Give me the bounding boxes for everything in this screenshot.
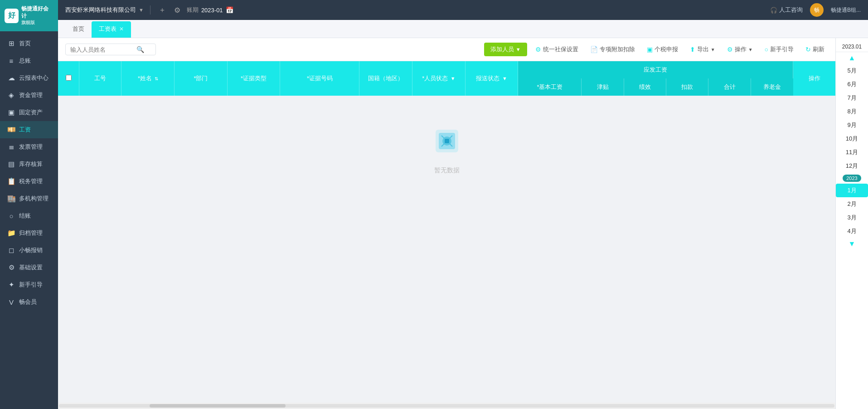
human-service-btn[interactable]: 🎧 人工咨询 [770,6,803,14]
sidebar-nav: ⊞ 首页 ≡ 总账 ☁ 云报表中心 ◈ 资金管理 ▣ 固定资产 💴 工资 ≣ 发… [0,31,58,409]
sidebar-item-cloud-report[interactable]: ☁ 云报表中心 [0,69,58,87]
ledger-icon: ≡ [7,57,15,65]
sidebar-item-settings[interactable]: ⚙ 基础设置 [0,259,58,276]
th-deduct: 扣款 [666,78,708,96]
date-month-2022-12[interactable]: 12月 [836,159,868,173]
date-month-2022-09[interactable]: 9月 [836,118,868,132]
multi-org-icon: 🏬 [7,195,15,203]
salary-table: 工号 *姓名 ⇅ *部门 *证据类型 *证据号码 国籍（地区） *人员状态 [58,61,835,96]
tax-report-icon: ▣ [647,46,653,53]
th-total: 合计 [708,78,751,96]
sidebar-item-inventory[interactable]: ▤ 库存核算 [0,156,58,173]
date-month-2022-08[interactable]: 8月 [836,105,868,118]
special-deduct-btn[interactable]: 📄 专项附加扣除 [587,44,639,55]
close-accounts-icon: ○ [7,212,15,220]
sidebar-item-guide[interactable]: ✦ 新手引导 [0,276,58,293]
table-wrap: 工号 *姓名 ⇅ *部门 *证据类型 *证据号码 国籍（地区） *人员状态 [58,61,835,403]
export-btn[interactable]: ⬆ 导出 ▼ [686,44,719,55]
th-pension: 养老金 [751,78,793,96]
sidebar-item-tax[interactable]: 📋 税务管理 [0,173,58,190]
toolbar-right: 添加人员 ▼ ⚙ 统一社保设置 📄 专项附加扣除 ▣ 个税申报 [484,43,828,56]
th-status[interactable]: *人员状态 ▼ [412,61,466,96]
social-settings-icon: ⚙ [535,46,541,53]
tab-home[interactable]: 首页 [65,21,92,38]
th-checkbox[interactable] [58,61,79,96]
add-person-button[interactable]: 添加人员 ▼ [484,43,527,56]
status-filter-icon: ▼ [451,76,456,81]
special-deduct-icon: 📄 [590,46,598,53]
date-month-2023-04[interactable]: 4月 [836,224,868,238]
main-content: 西安虾米网络科技有限公司 ▼ ＋ ⚙ 账期 2023-01 📅 🎧 人工咨询 畅… [58,0,868,409]
guide-btn[interactable]: ○ 新手引导 [761,44,797,55]
sidebar-item-fund[interactable]: ◈ 资金管理 [0,87,58,104]
sidebar-item-home[interactable]: ⊞ 首页 [0,35,58,52]
scrollbar-thumb[interactable] [150,404,286,408]
empty-state: 暂无数据 [58,96,835,202]
search-icon: 🔍 [136,46,144,53]
date-panel-down[interactable]: ▼ [847,238,858,250]
sidebar-item-fixed-assets[interactable]: ▣ 固定资产 [0,104,58,121]
sidebar-item-salary[interactable]: 💴 工资 [0,121,58,138]
refresh-btn[interactable]: ↻ 刷新 [802,44,828,55]
current-year-badge: 2023 [843,175,861,182]
user-avatar[interactable]: 畅 [810,3,824,17]
tab-salary-table[interactable]: 工资表 ✕ [92,21,131,38]
sidebar-item-multi-org[interactable]: 🏬 多机构管理 [0,190,58,207]
bottom-scrollbar[interactable] [58,403,835,409]
operations-icon: ⚙ [727,46,733,53]
search-wrap[interactable]: 🔍 [65,44,156,55]
search-input[interactable] [70,46,134,53]
sidebar-item-invoice[interactable]: ≣ 发票管理 [0,138,58,156]
toolbar: 🔍 添加人员 ▼ ⚙ 统一社保设置 📄 专项附加扣除 [58,38,835,61]
user-name: 畅捷通B组... [831,6,861,14]
th-report-status[interactable]: 报送状态 ▼ [465,61,518,96]
home-icon: ⊞ [7,39,15,48]
logo-icon: 好 [5,9,19,23]
settings-icon: ⚙ [7,263,15,272]
th-action: 操作 [793,61,835,96]
tax-report-btn[interactable]: ▣ 个税申报 [643,44,682,55]
th-salary-group: 应发工资 [518,61,793,78]
sidebar-item-member[interactable]: V 畅会员 [0,293,58,311]
operations-dropdown-icon: ▼ [748,47,753,52]
member-icon: V [7,298,15,306]
add-company-btn[interactable]: ＋ [157,4,168,17]
th-name[interactable]: *姓名 ⇅ [121,61,175,96]
date-month-2022-10[interactable]: 10月 [836,132,868,146]
topbar-period: 账期 2023-01 📅 [187,6,233,14]
date-month-2023-03[interactable]: 3月 [836,211,868,224]
operations-btn[interactable]: ⚙ 操作 ▼ [723,44,756,55]
th-subsidy: 津贴 [582,78,624,96]
sidebar-item-expense[interactable]: ◻ 小畅报销 [0,242,58,259]
tax-icon: 📋 [7,177,15,185]
refresh-icon: ↻ [805,46,811,53]
select-all-checkbox[interactable] [66,75,72,81]
date-panel-up[interactable]: ▲ [847,52,858,64]
sidebar-item-ledger[interactable]: ≡ 总账 [0,52,58,69]
sidebar: 好 畅捷通好会计 旗舰版 ⊞ 首页 ≡ 总账 ☁ 云报表中心 ◈ 资金管理 ▣ … [0,0,58,409]
tab-close-icon[interactable]: ✕ [119,26,124,32]
content-with-panel: 🔍 添加人员 ▼ ⚙ 统一社保设置 📄 专项附加扣除 [58,38,868,409]
date-month-2023-02[interactable]: 2月 [836,197,868,211]
date-month-2022-06[interactable]: 6月 [836,78,868,91]
guide-icon: ✦ [7,281,15,289]
date-month-2023-01[interactable]: 1月 [836,184,868,197]
social-settings-btn[interactable]: ⚙ 统一社保设置 [532,44,582,55]
topbar: 西安虾米网络科技有限公司 ▼ ＋ ⚙ 账期 2023-01 📅 🎧 人工咨询 畅… [58,0,868,20]
th-cert-type: *证据类型 [227,61,280,96]
company-settings-icon[interactable]: ⚙ [172,4,182,16]
content-main: 🔍 添加人员 ▼ ⚙ 统一社保设置 📄 专项附加扣除 [58,38,835,409]
empty-icon [429,123,465,159]
date-month-2022-05[interactable]: 5月 [836,64,868,78]
fixed-assets-icon: ▣ [7,108,15,117]
date-month-2022-11[interactable]: 11月 [836,146,868,159]
th-nation: 国籍（地区） [359,61,412,96]
calendar-icon[interactable]: 📅 [226,6,233,14]
sidebar-item-close-accounts[interactable]: ○ 结账 [0,207,58,224]
export-dropdown-icon: ▼ [711,47,715,52]
empty-text: 暂无数据 [434,166,460,175]
date-month-2022-07[interactable]: 7月 [836,91,868,105]
sidebar-item-archive[interactable]: 📁 归档管理 [0,224,58,242]
date-panel: 2023.01 ▲ 5月 6月 7月 8月 9月 10月 11月 12月 202… [835,38,868,409]
company-selector[interactable]: 西安虾米网络科技有限公司 ▼ [65,6,144,14]
